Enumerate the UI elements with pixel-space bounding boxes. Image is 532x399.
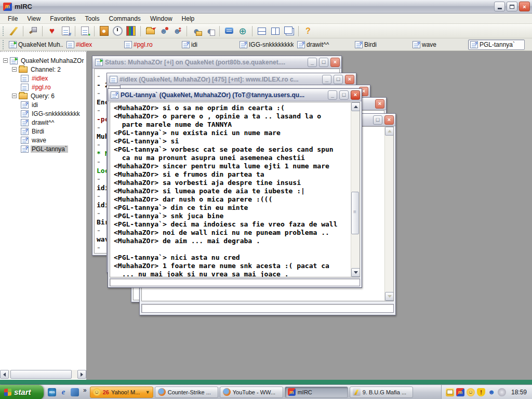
internet-explorer-icon[interactable]: e — [59, 388, 68, 396]
tree-item--idlex[interactable]: #idlex — [0, 74, 86, 83]
task-button-youtube-ww-[interactable]: YouTube - WW... — [220, 387, 283, 398]
message-icon[interactable] — [223, 25, 235, 37]
tree-item-pgl-tannya-[interactable]: PGL-tannya` — [0, 144, 86, 153]
message-input[interactable] — [141, 304, 394, 313]
scroll-thumb[interactable] — [10, 370, 72, 379]
close-button[interactable]: × — [384, 115, 394, 125]
minimize-button[interactable] — [494, 2, 505, 11]
tree-item-query-6[interactable]: Query: 6 — [0, 91, 86, 100]
scroll-down-button[interactable] — [385, 292, 394, 301]
task-button-counter-strike-[interactable]: Counter-Strike ... — [155, 387, 218, 398]
user-transfer-icon[interactable]: ☻ — [171, 25, 183, 37]
folder-send-icon[interactable] — [144, 25, 156, 37]
minimize-button[interactable]: _ — [308, 58, 317, 67]
maximize-button[interactable]: □ — [334, 75, 343, 84]
switchbar-button-quakenet-muh-[interactable]: QuakeNet Muh... — [7, 39, 63, 50]
scripts-editor-icon[interactable] — [79, 25, 90, 37]
new-mail-icon[interactable] — [446, 388, 454, 396]
switchbar-button-drawit-[interactable]: drawit^^ — [295, 39, 352, 50]
user-page-icon[interactable]: ☻ — [204, 25, 216, 37]
tile-vertical-icon[interactable] — [270, 25, 281, 37]
menu-item-view[interactable]: View — [22, 14, 45, 23]
switchbar-button-idi[interactable]: idi — [180, 39, 236, 50]
options-icon[interactable] — [27, 25, 38, 37]
tree-item--pgl-ro[interactable]: #pgl.ro — [0, 83, 86, 91]
quicklaunch-overflow-chevron[interactable]: » — [83, 387, 87, 394]
menu-item-window[interactable]: Window — [145, 14, 177, 23]
scroll-down-button[interactable] — [351, 268, 360, 277]
switchbar-grip[interactable] — [2, 39, 5, 50]
menu-item-help[interactable]: Help — [177, 14, 200, 23]
close-button[interactable]: × — [375, 99, 384, 109]
collapse-toggle[interactable] — [3, 58, 8, 63]
favorites-icon[interactable]: ♥ — [46, 25, 58, 37]
menu-item-favorites[interactable]: Favorites — [45, 14, 80, 23]
switchbar-button-birdi[interactable]: Birdi — [353, 39, 409, 50]
switchbar-button-wave[interactable]: wave — [410, 39, 467, 50]
colors-icon[interactable] — [125, 25, 137, 37]
menu-item-commands[interactable]: Commands — [104, 14, 145, 23]
security-shield-icon[interactable]: ! — [477, 388, 485, 396]
close-button[interactable]: × — [345, 75, 354, 84]
connect-icon[interactable] — [8, 25, 19, 37]
close-button[interactable]: × — [330, 58, 340, 67]
close-button[interactable]: × — [351, 90, 360, 100]
tree-item-igg-snkkkkkkkkk[interactable]: IGG-snkkkkkkkkk — [0, 109, 86, 118]
maximize-button[interactable]: □ — [319, 58, 328, 67]
scroll-thumb[interactable] — [351, 192, 359, 234]
launch-icon[interactable] — [71, 388, 79, 396]
collapse-toggle[interactable] — [12, 94, 17, 98]
main-titlebar[interactable]: m mIRC × — [0, 0, 532, 14]
tile-horizontal-icon[interactable] — [256, 25, 268, 37]
minimize-button[interactable]: _ — [322, 75, 331, 84]
alarm-icon[interactable] — [112, 25, 123, 37]
cascade-icon[interactable] — [283, 25, 295, 37]
volume-icon[interactable] — [498, 388, 506, 396]
switchbar-button-igg-snkkkkkkkk-[interactable]: IGG-snkkkkkkkk... — [237, 39, 294, 50]
user-chat-icon[interactable]: ☻ — [158, 25, 169, 37]
tree-item-drawit-[interactable]: drawit^^ — [0, 118, 86, 127]
windows-messenger-icon[interactable]: ☻ — [487, 388, 496, 396]
menu-item-tools[interactable]: Tools — [81, 14, 104, 23]
task-button-mirc[interactable]: mmIRC — [285, 387, 348, 398]
pgl-tannya-window[interactable]: PGL-tannya` (QuakeNet, MuhahaZOr) (ToT@t… — [108, 88, 362, 288]
dropdown-arrow-icon[interactable]: ▼ — [145, 390, 150, 395]
message-input[interactable] — [110, 278, 360, 286]
switchbar-button--idlex[interactable]: #idlex — [64, 39, 121, 50]
scroll-up-button[interactable] — [351, 102, 360, 111]
collapse-toggle[interactable] — [12, 67, 17, 72]
close-button[interactable]: × — [519, 2, 530, 11]
minimize-button[interactable]: _ — [328, 90, 337, 100]
task-button-9-b-u-g-mafia-[interactable]: 9. B.U.G Mafia ... — [350, 387, 413, 398]
switchbar-button--pgl-ro[interactable]: #pgl.ro — [122, 39, 179, 50]
status-titlebar[interactable]: Status: MuhahaZOr [+i] on QuakeNet (port… — [92, 56, 341, 69]
channels-list-icon[interactable] — [60, 25, 71, 37]
address-book-icon[interactable] — [98, 25, 110, 37]
idlex-titlebar[interactable]: #idlex (QuakeNet, MuhahaZOr) [475] [+nt]… — [107, 73, 356, 86]
pgl-titlebar[interactable]: PGL-tannya` (QuakeNet, MuhahaZOr) (ToT@t… — [108, 89, 362, 101]
vertical-scrollbar[interactable] — [351, 102, 360, 277]
tree-item-quakenet-muhahazor[interactable]: QuakeNet MuhahaZOr — [0, 56, 86, 65]
rds-icon[interactable]: RDS — [48, 388, 56, 396]
toolbar-grip[interactable] — [2, 26, 5, 36]
start-button[interactable]: start — [0, 385, 44, 399]
tree-item-birdi[interactable]: Birdi — [0, 127, 86, 136]
tree-horizontal-scrollbar[interactable] — [0, 370, 86, 379]
maximize-button[interactable]: □ — [339, 90, 349, 100]
tree-item-idi[interactable]: idi — [0, 100, 86, 109]
browser-icon[interactable]: ⊕ — [237, 25, 248, 37]
task-button-yahoo-m-[interactable]: ☺26Yahoo! M...▼ — [90, 387, 153, 398]
vertical-scrollbar[interactable] — [384, 127, 393, 301]
tree-item-channel-2[interactable]: Channel: 2 — [0, 65, 86, 74]
scroll-up-button[interactable] — [385, 127, 394, 136]
scroll-right-button[interactable] — [77, 370, 86, 379]
mirc-icon[interactable]: m — [456, 388, 464, 396]
tree-item-wave[interactable]: wave — [0, 136, 86, 144]
scroll-left-button[interactable] — [0, 370, 9, 379]
help-icon[interactable]: ? — [302, 25, 314, 37]
menu-item-file[interactable]: File — [3, 14, 22, 23]
restore-button[interactable] — [507, 2, 517, 11]
maximize-button[interactable]: □ — [373, 115, 382, 125]
switchbar-button-pgl-tannya-[interactable]: PGL-tannya` — [468, 39, 525, 50]
yahoo-messenger-icon[interactable]: ☺ — [467, 388, 475, 396]
